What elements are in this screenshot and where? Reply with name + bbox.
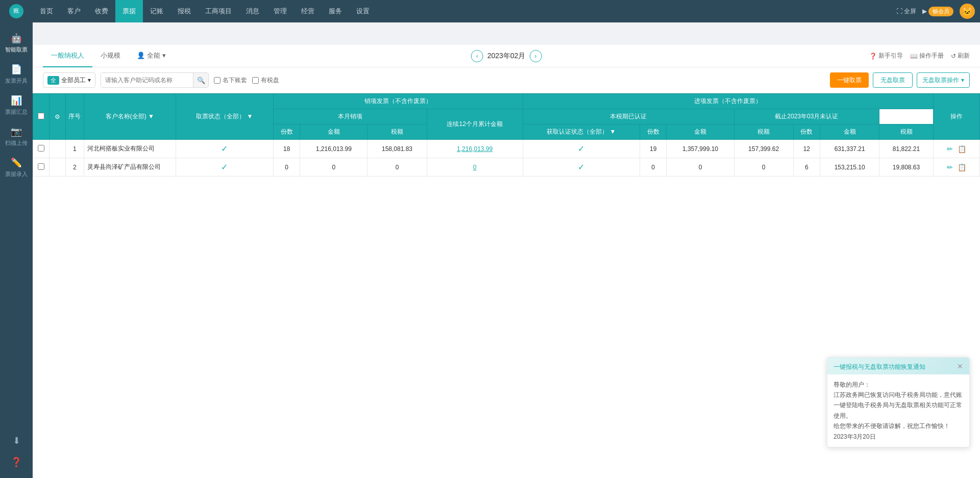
- row-checkbox-cell: [33, 140, 50, 158]
- more-actions-button[interactable]: 无盘取票操作 ▾: [917, 72, 970, 88]
- vip-icon: ▶: [922, 8, 927, 15]
- row-checkbox[interactable]: [38, 163, 44, 170]
- cert-status-filter-icon[interactable]: ▼: [610, 128, 616, 135]
- nav-customer[interactable]: 客户: [60, 0, 88, 22]
- refresh-icon: ↺: [951, 53, 956, 60]
- search-input[interactable]: [101, 73, 193, 87]
- row-no: 2: [65, 158, 84, 177]
- row-fetch-status: ✓: [176, 158, 273, 177]
- nav-message[interactable]: 消息: [239, 0, 266, 22]
- top-navigation: 账 首页 客户 收费 票据 记账 报税 工商项目 消息 管理 经营 服务 设置 …: [0, 0, 980, 22]
- th-un-copies: 份数: [793, 124, 820, 140]
- account-filter-label[interactable]: 名下账套: [214, 76, 247, 85]
- refresh-label: 刷新: [958, 52, 970, 60]
- tax-disk-filter-checkbox[interactable]: [252, 77, 259, 84]
- sidebar-item-fetch[interactable]: 🤖 智能取票: [0, 28, 33, 59]
- cert-status-icon: ✓: [578, 163, 584, 171]
- nav-fee[interactable]: 收费: [88, 0, 115, 22]
- table-row: 2 灵寿县尚泽矿产品有限公司 ✓ 0 0 0 0 ✓ 0 0 0 6 153,2…: [33, 158, 980, 177]
- row-un-amount: 153,215.10: [820, 158, 879, 177]
- view-icon[interactable]: 📋: [958, 145, 966, 153]
- nav-invoice[interactable]: 票据: [115, 0, 143, 22]
- view-icon[interactable]: 📋: [958, 163, 966, 171]
- fullscreen-btn[interactable]: ⛶ 全屏: [896, 7, 916, 16]
- th-settings: ⚙: [50, 94, 66, 140]
- row-checkbox[interactable]: [38, 145, 44, 152]
- new-guide-link[interactable]: ❓ 新手引导: [869, 52, 903, 60]
- sidebar-item-issue[interactable]: 📄 发票开具: [0, 59, 33, 90]
- filter-tag: 全: [47, 76, 59, 85]
- edit-icon[interactable]: ✏: [947, 145, 953, 153]
- filter-icon[interactable]: ▼: [148, 113, 154, 120]
- cumulative-link[interactable]: 1,216,013.99: [457, 145, 493, 153]
- employee-filter-label: 全部员工: [61, 76, 86, 85]
- row-fetch-status: ✓: [176, 140, 273, 158]
- left-sidebar: 🤖 智能取票 📄 发票开具 📊 票据汇总 📷 扫描上传 ✏️ 票据录入 ⬇ ❓: [0, 22, 33, 478]
- row-p-amount: 1,357,999.10: [667, 140, 734, 158]
- sidebar-item-entry[interactable]: ✏️ 票据录入: [0, 152, 33, 183]
- row-cert-status: ✓: [523, 140, 640, 158]
- sidebar-item-summary[interactable]: 📊 票据汇总: [0, 90, 33, 121]
- popup-title: 一键报税与无盘取票功能恢复通知: [834, 363, 925, 371]
- more-actions-label: 无盘取票操作: [922, 76, 959, 85]
- tab-small-scale[interactable]: 小规模: [92, 45, 129, 67]
- sidebar-label-summary: 票据汇总: [5, 108, 28, 116]
- sidebar-item-download[interactable]: ⬇: [0, 430, 33, 451]
- nav-business[interactable]: 工商项目: [198, 0, 239, 22]
- account-filter-checkbox[interactable]: [214, 77, 220, 84]
- no-disk-fetch-button[interactable]: 无盘取票: [873, 72, 913, 88]
- popup-close-button[interactable]: ✕: [957, 363, 963, 370]
- fetch-status-filter-icon[interactable]: ▼: [247, 113, 253, 120]
- row-s-amount: 1,216,013.99: [300, 140, 368, 158]
- download-icon: ⬇: [13, 435, 20, 446]
- next-month-btn[interactable]: ›: [529, 50, 542, 62]
- search-button[interactable]: 🔍: [193, 72, 208, 88]
- tab-bar: 一般纳税人 小规模 👤 全能 ▾ ‹ 2023年02月 › ❓ 新手引导 📖 操…: [33, 45, 980, 67]
- summary-icon: 📊: [11, 95, 22, 106]
- sidebar-label-issue: 发票开具: [5, 77, 28, 85]
- more-actions-icon: ▾: [961, 77, 964, 84]
- th-action: 操作: [933, 94, 979, 140]
- select-all-checkbox[interactable]: [38, 113, 44, 119]
- manual-label: 操作手册: [919, 52, 944, 60]
- employee-filter[interactable]: 全 全部员工 ▾: [43, 72, 95, 88]
- popup-date: 2023年3月20日: [834, 432, 963, 442]
- row-no: 1: [65, 140, 84, 158]
- row-un-amount: 631,337.21: [820, 140, 879, 158]
- nav-operation[interactable]: 经营: [294, 0, 322, 22]
- row-s-copies: 0: [273, 158, 300, 177]
- nav-settings[interactable]: 设置: [349, 0, 377, 22]
- edit-icon[interactable]: ✏: [947, 163, 953, 171]
- row-settings-cell: [50, 140, 66, 158]
- row-settings-cell: [50, 158, 66, 177]
- current-date-label: 2023年02月: [487, 52, 526, 61]
- tab-full-label: 全能: [147, 51, 160, 60]
- popup-header: 一键报税与无盘取票功能恢复通知 ✕: [827, 358, 969, 374]
- nav-tax[interactable]: 报税: [170, 0, 198, 22]
- nav-manage[interactable]: 管理: [266, 0, 294, 22]
- th-uncertified-deadline: 截止2023年03月未认证: [734, 109, 879, 124]
- nav-bookkeeping[interactable]: 记账: [143, 0, 170, 22]
- sidebar-item-scan[interactable]: 📷 扫描上传: [0, 121, 33, 152]
- th-p-amount: 金额: [667, 124, 734, 140]
- sidebar-item-help[interactable]: ❓: [0, 451, 33, 473]
- prev-month-btn[interactable]: ‹: [471, 50, 483, 62]
- tab-full-capability[interactable]: 👤 全能 ▾: [129, 45, 174, 67]
- tax-disk-filter-label[interactable]: 有税盘: [252, 76, 279, 85]
- nav-home[interactable]: 首页: [33, 0, 60, 22]
- fetch-status-icon: ✓: [221, 144, 228, 153]
- invoice-table: ⚙ 序号 客户名称(全部) ▼ 取票状态（全部） ▼ 销项发票（不含作废票） 进…: [33, 93, 980, 177]
- date-navigation: ‹ 2023年02月 ›: [471, 50, 542, 62]
- one-click-fetch-button[interactable]: 一键取票: [830, 72, 869, 88]
- vip-btn[interactable]: ▶ 畅会员: [922, 7, 953, 16]
- entry-icon: ✏️: [11, 157, 22, 168]
- tab-general-taxpayer[interactable]: 一般纳税人: [43, 45, 92, 67]
- nav-service[interactable]: 服务: [322, 0, 349, 22]
- refresh-link[interactable]: ↺ 刷新: [951, 52, 970, 60]
- manual-link[interactable]: 📖 操作手册: [910, 52, 944, 60]
- row-p-amount: 0: [667, 158, 734, 177]
- cumulative-link[interactable]: 0: [473, 164, 477, 171]
- user-avatar[interactable]: 🐱: [960, 4, 975, 19]
- fullscreen-label: 全屏: [904, 7, 916, 16]
- th-customer: 客户名称(全部) ▼: [84, 94, 176, 140]
